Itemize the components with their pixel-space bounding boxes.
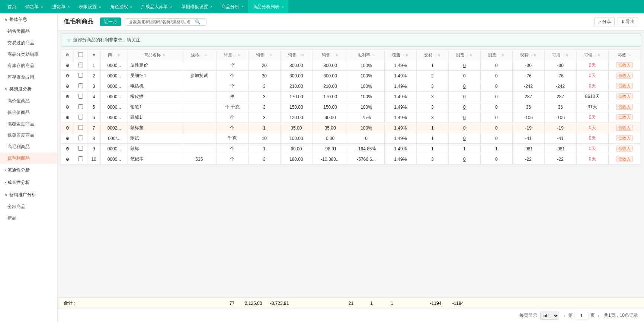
sidebar-item-category-rate[interactable]: 商品分类助销率 bbox=[0, 49, 57, 60]
search-icon[interactable]: 🔍 bbox=[195, 19, 201, 25]
nav-role-auth[interactable]: 角色授权 × bbox=[106, 0, 137, 13]
col-header-tag[interactable]: 标签 ⇅ bbox=[608, 50, 641, 60]
sidebar-item-sales-goods[interactable]: 销售类商品 bbox=[0, 26, 57, 37]
row-checkbox[interactable] bbox=[74, 92, 87, 102]
sidebar-item-high-coverage[interactable]: 高覆盖度商品 bbox=[0, 118, 57, 130]
close-icon[interactable]: × bbox=[41, 5, 43, 9]
row-browse1[interactable]: 0 bbox=[448, 71, 480, 81]
row-gear[interactable]: ⚙ bbox=[61, 92, 74, 102]
row-gear[interactable]: ⚙ bbox=[61, 60, 74, 71]
close-icon[interactable]: × bbox=[130, 5, 132, 9]
row-checkbox[interactable] bbox=[74, 154, 87, 165]
row-checkbox[interactable] bbox=[74, 102, 87, 112]
col-header-browse1[interactable]: 浏览... ⇅ bbox=[448, 50, 480, 60]
row-browse1[interactable]: 0 bbox=[448, 112, 480, 123]
sidebar-item-all-goods[interactable]: 全部商品 bbox=[0, 201, 57, 213]
checkbox-col-header[interactable] bbox=[74, 50, 87, 60]
row-gear[interactable]: ⚙ bbox=[61, 123, 74, 133]
nav-template-settings[interactable]: 单据模板设置 × bbox=[177, 0, 217, 13]
row-select-checkbox[interactable] bbox=[78, 156, 83, 161]
row-gear[interactable]: ⚙ bbox=[61, 71, 74, 81]
sidebar-item-traded-goods[interactable]: 交易过的商品 bbox=[0, 37, 57, 49]
row-checkbox[interactable] bbox=[74, 71, 87, 81]
row-select-checkbox[interactable] bbox=[78, 94, 83, 99]
col-header-coverage[interactable]: 覆盖... ⇅ bbox=[384, 50, 416, 60]
row-browse1[interactable]: 0 bbox=[448, 102, 480, 112]
row-select-checkbox[interactable] bbox=[78, 136, 83, 140]
row-select-checkbox[interactable] bbox=[78, 83, 83, 88]
close-icon[interactable]: × bbox=[282, 5, 284, 9]
nav-product-analysis-list[interactable]: 商品分析列表 × bbox=[248, 0, 288, 13]
next-page-button[interactable]: › bbox=[596, 312, 601, 319]
col-header-current-stock[interactable]: 现有... ⇅ bbox=[512, 50, 544, 60]
row-gear[interactable]: ⚙ bbox=[61, 133, 74, 144]
row-select-checkbox[interactable] bbox=[78, 63, 83, 67]
row-checkbox[interactable] bbox=[74, 81, 87, 92]
nav-sales-order[interactable]: 销货单 × bbox=[21, 0, 48, 13]
col-header-spec[interactable]: 规格... ⇅ bbox=[182, 50, 216, 60]
sidebar-group-cluster-title[interactable]: ∨ 类聚度分析 bbox=[0, 83, 57, 95]
col-header-browse2[interactable]: 浏览... ⇅ bbox=[480, 50, 512, 60]
row-gear[interactable]: ⚙ bbox=[61, 112, 74, 123]
sidebar-group-marketing-title[interactable]: ∨ 营销推广分析 bbox=[0, 189, 57, 201]
sidebar-group-circulation-title[interactable]: › 流通性分析 bbox=[0, 164, 57, 176]
row-gear[interactable]: ⚙ bbox=[61, 81, 74, 92]
row-gear[interactable]: ⚙ bbox=[61, 144, 74, 154]
close-icon[interactable]: × bbox=[210, 5, 212, 9]
nav-permission[interactable]: 权限设置 × bbox=[74, 0, 106, 13]
row-browse1[interactable]: 0 bbox=[448, 123, 480, 133]
row-checkbox[interactable] bbox=[74, 112, 87, 123]
col-header-trade[interactable]: 交易... ⇅ bbox=[416, 50, 448, 60]
sidebar-group-growth-title[interactable]: › 成长性分析 bbox=[0, 176, 57, 189]
col-header-saleable[interactable]: 可销... ⇅ bbox=[576, 50, 608, 60]
row-browse1[interactable]: 0 bbox=[448, 133, 480, 144]
close-icon[interactable]: × bbox=[68, 5, 70, 9]
row-gear[interactable]: ⚙ bbox=[61, 154, 74, 165]
nav-finished-goods[interactable]: 产成品入库单 × bbox=[137, 0, 177, 13]
sidebar-item-low-coverage[interactable]: 低覆盖度商品 bbox=[0, 130, 57, 141]
nav-purchase-order[interactable]: 进货单 × bbox=[48, 0, 74, 13]
row-select-checkbox[interactable] bbox=[78, 115, 83, 119]
page-input[interactable] bbox=[574, 312, 589, 319]
row-checkbox[interactable] bbox=[74, 133, 87, 144]
col-header-available[interactable]: 可用... ⇅ bbox=[544, 50, 576, 60]
col-header-sales-price[interactable]: 销售... ⇅ bbox=[280, 50, 312, 60]
row-checkbox[interactable] bbox=[74, 123, 87, 133]
row-select-checkbox[interactable] bbox=[78, 104, 83, 109]
row-browse1[interactable]: 0 bbox=[448, 81, 480, 92]
sidebar-item-in-stock[interactable]: 有库存的商品 bbox=[0, 60, 57, 71]
nav-product-analysis[interactable]: 商品分析 × bbox=[217, 0, 248, 13]
sidebar-group-overall-title[interactable]: ∨ 整体信息 bbox=[0, 13, 57, 26]
col-header-sales-profit[interactable]: 销售... ⇅ bbox=[312, 50, 348, 60]
row-browse1[interactable]: 0 bbox=[448, 154, 480, 165]
select-all-checkbox[interactable] bbox=[78, 52, 83, 57]
close-icon[interactable]: × bbox=[170, 5, 172, 9]
row-select-checkbox[interactable] bbox=[78, 125, 83, 130]
export-button[interactable]: ⬇ 导出 bbox=[618, 17, 638, 26]
row-checkbox[interactable] bbox=[74, 144, 87, 154]
row-browse1[interactable]: 1 bbox=[448, 144, 480, 154]
col-header-unit[interactable]: 计量... ⇅ bbox=[216, 50, 248, 60]
row-select-checkbox[interactable] bbox=[78, 146, 83, 151]
nav-home[interactable]: 首页 bbox=[3, 0, 21, 13]
share-button[interactable]: ↗ 分享 bbox=[594, 17, 615, 26]
settings-col-header[interactable]: ⚙ bbox=[61, 50, 74, 60]
row-browse1[interactable]: 0 bbox=[448, 92, 480, 102]
row-checkbox[interactable] bbox=[74, 60, 87, 71]
close-icon[interactable]: × bbox=[99, 5, 101, 9]
sidebar-item-low-value[interactable]: 低价值商品 bbox=[0, 107, 57, 118]
sidebar-item-high-value[interactable]: 高价值商品 bbox=[0, 95, 57, 107]
col-header-name[interactable]: 商品名称 ⇅ bbox=[128, 50, 182, 60]
sidebar-item-stock-funds[interactable]: 库存资金占用 bbox=[0, 71, 57, 83]
sidebar-item-low-margin[interactable]: 低毛利商品 bbox=[0, 153, 57, 164]
sidebar-item-new-goods[interactable]: 新品 bbox=[0, 213, 57, 224]
row-gear[interactable]: ⚙ bbox=[61, 102, 74, 112]
per-page-select[interactable]: 50 20 100 bbox=[540, 312, 559, 320]
row-select-checkbox[interactable] bbox=[78, 73, 83, 78]
prev-page-button[interactable]: ‹ bbox=[562, 312, 567, 319]
col-header-sales-qty[interactable]: 销售... ⇅ bbox=[248, 50, 280, 60]
col-header-code[interactable]: 商... ⇅ bbox=[100, 50, 128, 60]
row-browse1[interactable]: 0 bbox=[448, 60, 480, 71]
col-header-gross-rate[interactable]: 毛利率 ⇅ bbox=[348, 50, 385, 60]
sidebar-item-high-margin[interactable]: 高毛利商品 bbox=[0, 141, 57, 153]
